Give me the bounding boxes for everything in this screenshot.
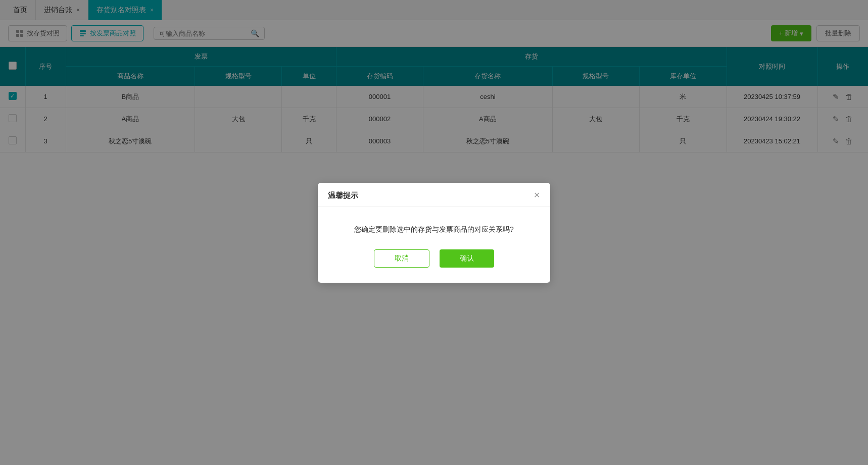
dialog-close-button[interactable]: ✕ — [534, 191, 540, 199]
dialog-confirm-button[interactable]: 确认 — [440, 249, 494, 268]
dialog-message: 您确定要删除选中的存货与发票商品的对应关系吗? — [354, 225, 514, 233]
dialog-body: 您确定要删除选中的存货与发票商品的对应关系吗? — [318, 207, 550, 249]
dialog-header: 温馨提示 ✕ — [318, 183, 550, 207]
dialog-cancel-button[interactable]: 取消 — [374, 249, 429, 268]
dialog-title: 温馨提示 — [328, 191, 358, 200]
dialog-footer: 取消 确认 — [318, 249, 550, 268]
modal-overlay: 温馨提示 ✕ 您确定要删除选中的存货与发票商品的对应关系吗? 取消 确认 — [0, 0, 868, 465]
confirm-dialog: 温馨提示 ✕ 您确定要删除选中的存货与发票商品的对应关系吗? 取消 确认 — [318, 183, 550, 283]
